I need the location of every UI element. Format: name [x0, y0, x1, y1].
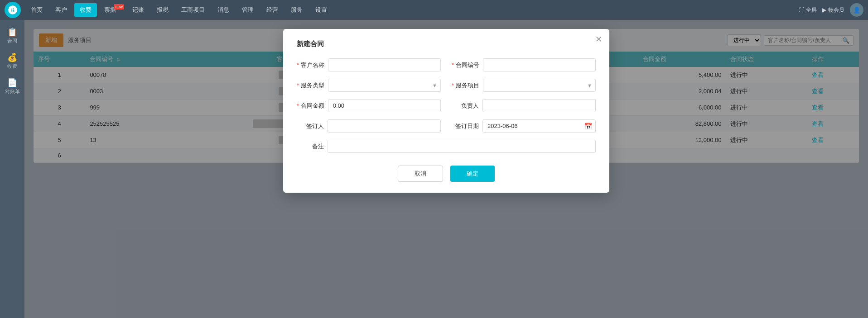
signer-label: 签订人: [297, 122, 324, 130]
form-row-service-item: 服务项目 ▼: [452, 79, 596, 92]
reconcile-icon: 📄: [7, 79, 17, 87]
service-type-wrapper: ▼: [328, 79, 441, 92]
new-contract-modal: ✕ 新建合同 客户名称 合同编号 服务类型: [283, 29, 609, 193]
content-area: 新增 服务项目 进行中 已完成 已取消 🔍: [24, 20, 868, 318]
calendar-icon[interactable]: 📅: [584, 123, 592, 130]
service-item-select[interactable]: [483, 79, 596, 92]
new-badge: new: [114, 4, 124, 9]
form-row-service-type: 服务类型 ▼: [297, 79, 441, 92]
contract-no-input[interactable]: [483, 58, 596, 71]
form-row-contract-no: 合同编号: [452, 58, 596, 71]
nav-home[interactable]: 首页: [25, 3, 48, 17]
sign-date-wrapper: 📅: [482, 119, 596, 133]
modal-close-button[interactable]: ✕: [595, 35, 602, 43]
form-row-notes: 备注: [297, 140, 596, 153]
service-item-wrapper: ▼: [483, 79, 596, 92]
receipts-icon: 💰: [7, 53, 17, 62]
modal-footer: 取消 确定: [297, 166, 596, 182]
amount-label: 合同金额: [297, 102, 324, 110]
form-row-sign-date: 签订日期 📅: [452, 119, 596, 133]
nav-settings[interactable]: 设置: [310, 3, 333, 17]
sidebar: 📋 合同 💰 收费 📄 对账单: [0, 20, 24, 318]
sidebar-item-reconcile[interactable]: 📄 对账单: [0, 75, 24, 99]
nav-customer[interactable]: 客户: [50, 3, 72, 17]
main-layout: 📋 合同 💰 收费 📄 对账单 新增 服务项目 进行中 已完成 已取消: [0, 20, 868, 318]
nav-items: 首页 客户 收费 票据 new 记账 报税 工商项目 消息 管理 经营 服务 设…: [25, 3, 799, 17]
nav-accounting[interactable]: 记账: [127, 3, 149, 17]
cancel-button[interactable]: 取消: [398, 166, 443, 182]
nav-operations[interactable]: 经营: [261, 3, 284, 17]
notes-label: 备注: [297, 142, 324, 151]
customer-name-label: 客户名称: [297, 61, 324, 69]
contract-no-label: 合同编号: [452, 61, 479, 69]
nav-receipts[interactable]: 收费: [74, 3, 97, 17]
service-type-label: 服务类型: [297, 81, 324, 90]
nav-tax[interactable]: 报税: [151, 3, 174, 17]
app-logo: [5, 2, 21, 18]
amount-input[interactable]: [328, 99, 441, 112]
sidebar-item-receipts[interactable]: 💰 收费: [0, 50, 24, 73]
contract-icon: 📋: [7, 28, 17, 36]
responsible-input[interactable]: [482, 99, 596, 112]
sign-date-input[interactable]: [482, 119, 596, 133]
sign-date-label: 签订日期: [452, 122, 479, 130]
form-row-customer: 客户名称: [297, 58, 441, 71]
sidebar-item-contract[interactable]: 📋 合同: [0, 24, 24, 48]
nav-messages[interactable]: 消息: [212, 3, 235, 17]
fullscreen-button[interactable]: ⛶ 全屏: [799, 6, 817, 14]
modal-title: 新建合同: [297, 40, 596, 48]
form-row-signer: 签订人: [297, 119, 441, 133]
nav-tickets[interactable]: 票据 new: [99, 3, 125, 17]
fullscreen-icon: ⛶: [799, 7, 804, 13]
signer-input[interactable]: [328, 119, 441, 133]
service-type-select[interactable]: [328, 79, 441, 92]
modal-overlay: ✕ 新建合同 客户名称 合同编号 服务类型: [24, 20, 868, 318]
nav-business[interactable]: 工商项目: [176, 3, 210, 17]
form-row-responsible: 负责人: [452, 99, 596, 112]
form-grid: 客户名称 合同编号 服务类型 ▼: [297, 58, 596, 153]
user-avatar[interactable]: 👤: [850, 3, 863, 17]
service-item-label: 服务项目: [452, 81, 479, 90]
top-navigation: 首页 客户 收费 票据 new 记账 报税 工商项目 消息 管理 经营 服务 设…: [0, 0, 868, 20]
nav-right: ⛶ 全屏 ▶ 畅会员 👤: [799, 3, 863, 17]
notes-input[interactable]: [328, 140, 596, 153]
nav-services[interactable]: 服务: [285, 3, 308, 17]
nav-management[interactable]: 管理: [236, 3, 259, 17]
customer-name-input[interactable]: [328, 58, 441, 71]
play-icon: ▶: [822, 7, 826, 13]
responsible-label: 负责人: [452, 102, 479, 110]
member-button[interactable]: ▶ 畅会员: [822, 6, 844, 14]
confirm-button[interactable]: 确定: [450, 166, 495, 182]
form-row-amount: 合同金额: [297, 99, 441, 112]
